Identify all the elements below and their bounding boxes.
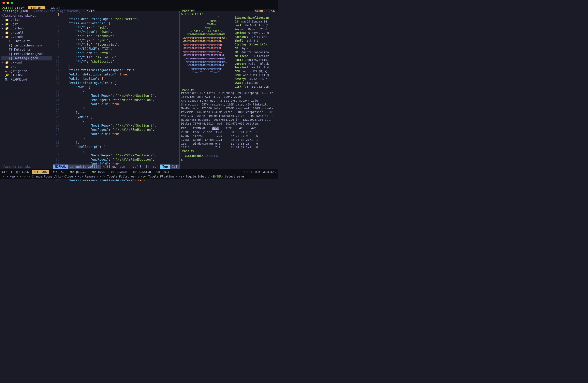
tree-item-.github[interactable]: ▸ 📁 .github: [1, 26, 52, 31]
editor-app: NVIM: [86, 9, 94, 13]
editor-pane: settings.json (~/xcmd/x-cmd-pkg/.vscode)…: [0, 11, 180, 169]
maximize-window-icon[interactable]: [11, 2, 13, 4]
keybar-prefix: Ctrl +: [2, 170, 12, 173]
tree-item-LICENSE[interactable]: 🔑 LICENSE: [1, 73, 52, 77]
tree-item-.x-cmd[interactable]: ▸ 📁 .x-cmd: [1, 60, 52, 65]
close-window-icon[interactable]: [2, 2, 5, 4]
window-controls: [0, 0, 278, 6]
tree-item-Meta.d.ts[interactable]: TS Meta.d.ts: [1, 48, 52, 52]
status-rowcol: 1:1: [170, 164, 179, 169]
code-content[interactable]: "files.defaultLanguage": "shellscript", …: [61, 13, 179, 161]
pane-3[interactable]: Pane #3 Processes: 697 total, 4 running,…: [180, 90, 278, 151]
status-path: ~/xcmd/x-cmd-pkg: [0, 165, 53, 169]
fastfetch-info: liaoxuanbin@liaoxuanOS: macOS Sonoma 14.…: [235, 16, 277, 89]
pane-2-title: Pane #2: [182, 9, 195, 13]
keybar-pane[interactable]: <p> PANE: [32, 170, 49, 174]
tree-item-README.md[interactable]: M↓ README.md: [1, 77, 52, 82]
status-encoding: utf-8: [130, 164, 143, 169]
fastfetch-logo: ..' ,xNMM. .OMMMMo lMM" .;loddo:. .ollod…: [181, 16, 232, 89]
tree-item-.vscode[interactable]: ▾ 📁 .vscode: [1, 35, 52, 39]
shell-prompt[interactable]: $: [181, 158, 277, 162]
tree-item-.git[interactable]: ▸ 📁 .git: [1, 22, 52, 26]
keybar-right: Alt + <[]> VERTICAL: [244, 170, 276, 173]
top-table: PID COMMAND %CPU TIME #TH #WQ20281 Code …: [181, 126, 277, 149]
editor-filename: settings.json: [3, 9, 28, 13]
status-file: <ttings.json: [101, 164, 130, 169]
file-tree[interactable]: ~/xcmd/x-cmd-pkg/.. ▸ 📁 .dist▸ 📁 .git▸ 📁…: [0, 13, 53, 161]
tree-item-Info.d.ts[interactable]: TS Info.d.ts: [1, 39, 52, 44]
minimize-window-icon[interactable]: [6, 2, 9, 4]
editor-filepath: (~/xcmd/x-cmd-pkg/.vscode): [30, 9, 81, 13]
code-area[interactable]: 1234567891011121314151617181920212223242…: [53, 13, 179, 161]
keybar-lock[interactable]: <g> LOCK: [14, 170, 30, 174]
status-mode: NORMAL: [53, 164, 68, 169]
status-filetype: {} json: [144, 164, 160, 169]
pane-3-title: Pane #3: [182, 88, 195, 92]
line-gutter: 1234567891011121314151617181920212223242…: [53, 13, 61, 161]
pane-5-title: Pane #5: [182, 149, 195, 153]
shell-prompt-user: ~ liaoxuanbin 16:41:42: [181, 154, 277, 158]
tree-item-info.schema.json[interactable]: {} info.schema.json: [1, 44, 52, 48]
status-branch: ⎇ update.zellij: [68, 164, 101, 169]
pane-2-scroll: SCROLL: 9/32: [254, 9, 276, 13]
tree-cwd[interactable]: ~/xcmd/x-cmd-pkg/..: [1, 14, 52, 18]
editor-title: settings.json (~/xcmd/x-cmd-pkg/.vscode)…: [2, 9, 95, 13]
pane-2[interactable]: Pane #2 SCROLL: 9/32 $ x fastfetch ..' ,…: [180, 11, 278, 90]
pane-5[interactable]: Pane #5 ~ liaoxuanbin 16:41:42 $: [180, 151, 278, 169]
status-line: ~/xcmd/x-cmd-pkg NORMAL ⎇ update.zellij …: [0, 164, 179, 169]
status-pos: Top: [160, 164, 170, 169]
tree-item-.dist[interactable]: ▸ 📁 .dist: [1, 18, 52, 22]
tree-item-.result[interactable]: ▸ 📁 .result: [1, 31, 52, 35]
tree-item-settings.json[interactable]: {} settings.json: [1, 56, 52, 60]
top-output: Processes: 697 total, 4 running, 693 sle…: [181, 91, 277, 126]
tree-item-meta.schema.json[interactable]: {} meta.schema.json: [1, 52, 52, 56]
tree-item-.gitignore[interactable]: ◆ .gitignore: [1, 69, 52, 73]
tree-item-src[interactable]: ▸ 📁 src: [1, 65, 52, 69]
